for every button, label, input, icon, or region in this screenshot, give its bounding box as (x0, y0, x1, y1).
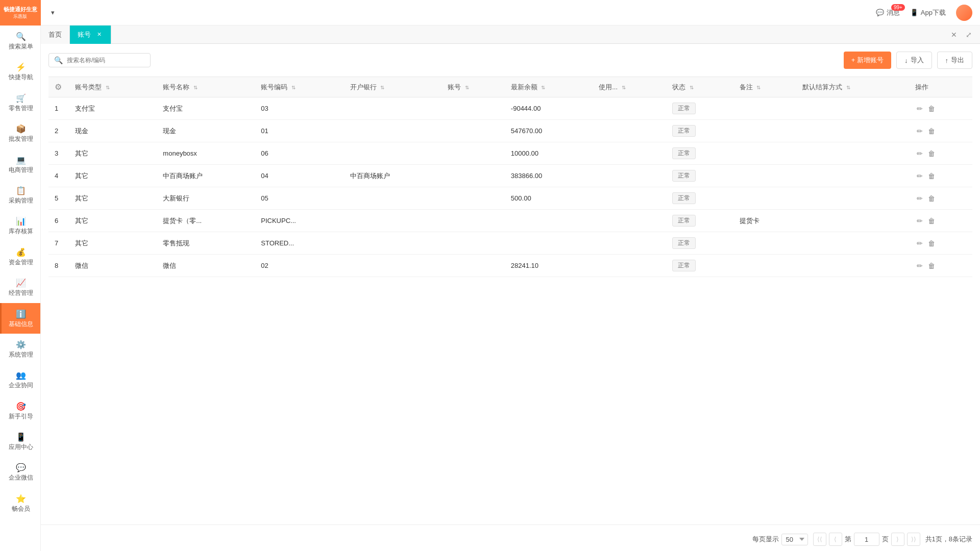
sidebar-item-system[interactable]: ⚙️ 系统管理 (0, 334, 40, 364)
edit-button[interactable]: ✏ (917, 149, 923, 158)
sidebar-item-inventory[interactable]: 📊 库存核算 (0, 210, 40, 241)
sidebar-item-ecommerce[interactable]: 💻 电商管理 (0, 149, 40, 180)
delete-button[interactable]: 🗑 (928, 239, 935, 247)
row-default-settlement (796, 232, 909, 255)
row-code: 02 (255, 255, 344, 277)
per-page-select[interactable]: 50 100 200 (781, 534, 808, 545)
col-balance[interactable]: 最新余额 ⇅ (505, 77, 593, 97)
col-status[interactable]: 状态 ⇅ (666, 77, 733, 97)
tab-close-icon[interactable]: ✕ (95, 31, 103, 39)
sidebar-item-quicknav[interactable]: ⚡ 快捷导航 (0, 56, 40, 87)
row-usage (593, 165, 666, 187)
sidebar-item-finance[interactable]: 💰 资金管理 (0, 241, 40, 272)
add-account-button[interactable]: + 新增账号 (844, 52, 891, 69)
sort-icon: ⇅ (380, 85, 384, 90)
row-bank (344, 210, 442, 232)
delete-button[interactable]: 🗑 (928, 194, 935, 203)
row-index: 1 (48, 97, 69, 120)
row-bank (344, 187, 442, 210)
sidebar-item-member[interactable]: ⭐ 畅会员 (0, 488, 40, 518)
col-account-code[interactable]: 账号编码 ⇅ (255, 77, 344, 97)
edit-button[interactable]: ✏ (917, 239, 923, 247)
col-default-settlement[interactable]: 默认结算方式 ⇅ (796, 77, 909, 97)
sidebar-item-retail[interactable]: 🛒 零售管理 (0, 87, 40, 118)
col-remark[interactable]: 备注 ⇅ (733, 77, 796, 97)
edit-button[interactable]: ✏ (917, 194, 923, 203)
export-button[interactable]: ↑ 导出 (937, 52, 973, 69)
page-prev-button[interactable]: ⟨ (829, 533, 842, 546)
edit-button[interactable]: ✏ (917, 127, 923, 135)
top-header: ▾ 💬 消息 99+ 📱 App下载 (41, 0, 980, 26)
sidebar-item-purchase[interactable]: 📋 采购管理 (0, 180, 40, 210)
tab-home[interactable]: 首页 (41, 26, 70, 44)
col-usage[interactable]: 使用... ⇅ (593, 77, 666, 97)
col-account-type[interactable]: 账号类型 ⇅ (69, 77, 157, 97)
row-actions: ✏ 🗑 (909, 97, 972, 120)
edit-button[interactable]: ✏ (917, 262, 923, 270)
row-index: 4 (48, 165, 69, 187)
row-code: 01 (255, 120, 344, 142)
sidebar-item-wholesale[interactable]: 📦 批发管理 (0, 118, 40, 148)
app-download-button[interactable]: 📱 App下载 (910, 8, 946, 17)
edit-button[interactable]: ✏ (917, 172, 923, 180)
row-index: 7 (48, 232, 69, 255)
company-dropdown[interactable]: ▾ (48, 9, 55, 16)
page-first-button[interactable]: ⟨⟨ (813, 533, 826, 546)
col-settings[interactable]: ⚙ (48, 77, 69, 97)
row-name: 微信 (157, 255, 255, 277)
phone-icon: 📱 (910, 9, 918, 16)
page-label: 第 (845, 535, 851, 544)
status-badge: 正常 (672, 192, 696, 204)
sort-icon: ⇅ (756, 85, 761, 90)
col-account-num[interactable]: 账号 ⇅ (442, 77, 504, 97)
col-actions-label: 操作 (915, 83, 928, 91)
logo-sub: 乐惠版 (13, 13, 27, 20)
status-badge: 正常 (672, 260, 696, 271)
sidebar-item-enterprise-collab[interactable]: 👥 企业协同 (0, 364, 40, 395)
tab-account[interactable]: 账号 ✕ (70, 26, 111, 44)
avatar[interactable] (956, 5, 972, 21)
page-next-button[interactable]: ⟩ (891, 533, 904, 546)
delete-button[interactable]: 🗑 (928, 172, 935, 180)
row-actions: ✏ 🗑 (909, 232, 972, 255)
row-remark (733, 97, 796, 120)
row-default-settlement (796, 120, 909, 142)
col-account-name[interactable]: 账号名称 ⇅ (157, 77, 255, 97)
sidebar-item-basic-info[interactable]: ℹ️ 基础信息 (0, 303, 40, 334)
row-bank (344, 142, 442, 165)
edit-button[interactable]: ✏ (917, 105, 923, 113)
page-input[interactable] (854, 533, 879, 546)
row-balance (505, 210, 593, 232)
delete-button[interactable]: 🗑 (928, 262, 935, 270)
import-button[interactable]: ↓ 导入 (896, 52, 932, 69)
delete-button[interactable]: 🗑 (928, 105, 935, 113)
row-remark (733, 165, 796, 187)
sidebar-item-wechat[interactable]: 💬 企业微信 (0, 457, 40, 487)
member-icon: ⭐ (16, 494, 26, 504)
delete-button[interactable]: 🗑 (928, 149, 935, 158)
delete-button[interactable]: 🗑 (928, 127, 935, 135)
delete-button[interactable]: 🗑 (928, 217, 935, 225)
main-area: ▾ 💬 消息 99+ 📱 App下载 首页 账号 ✕ (41, 0, 980, 551)
sidebar-item-label: 搜索菜单 (9, 43, 33, 50)
tab-minimize-button[interactable]: ✕ (948, 29, 960, 41)
sidebar-item-guide[interactable]: 🎯 新手引导 (0, 395, 40, 426)
row-actions: ✏ 🗑 (909, 255, 972, 277)
row-default-settlement (796, 142, 909, 165)
table-row: 3 其它 moneybosx 06 10000.00 正常 ✏ 🗑 (48, 142, 972, 165)
sidebar-item-search[interactable]: 🔍 搜索菜单 (0, 26, 40, 56)
edit-button[interactable]: ✏ (917, 217, 923, 225)
message-button[interactable]: 💬 消息 99+ (876, 8, 900, 17)
search-input[interactable] (67, 57, 145, 64)
sidebar-item-label: 采购管理 (9, 197, 33, 204)
sidebar-item-operations[interactable]: 📈 经营管理 (0, 272, 40, 303)
row-account (442, 142, 504, 165)
table-row: 5 其它 大新银行 05 500.00 正常 ✏ 🗑 (48, 187, 972, 210)
sidebar-item-app-center[interactable]: 📱 应用中心 (0, 426, 40, 457)
table-row: 7 其它 零售抵现 STORED... 正常 ✏ 🗑 (48, 232, 972, 255)
gear-icon[interactable]: ⚙ (55, 83, 62, 91)
col-bank[interactable]: 开户银行 ⇅ (344, 77, 442, 97)
page-last-button[interactable]: ⟩⟩ (907, 533, 920, 546)
row-usage (593, 97, 666, 120)
tab-maximize-button[interactable]: ⤢ (963, 29, 975, 41)
